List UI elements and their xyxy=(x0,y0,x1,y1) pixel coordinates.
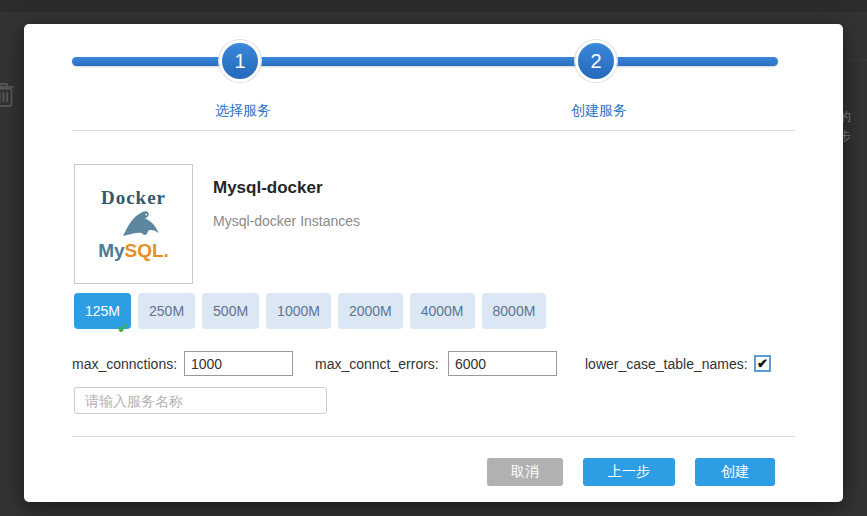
memory-option-label: 250M xyxy=(149,303,184,319)
dialog-footer: 取消 上一步 创建 xyxy=(487,458,775,486)
footer-divider xyxy=(72,436,795,437)
memory-option-label: 125M xyxy=(85,303,120,319)
create-service-dialog: 1 2 选择服务 创建服务 Docker MySQL. Mysql-docker… xyxy=(24,24,843,502)
memory-option-250m[interactable]: 250M xyxy=(138,293,195,329)
lower-case-table-names-label: lower_case_table_names: xyxy=(585,352,748,376)
memory-option-125m[interactable]: 125M✔ xyxy=(74,293,131,329)
step-2-label: 创建服务 xyxy=(571,102,627,120)
max-connect-errors-label: max_connct_errors: xyxy=(315,352,439,376)
memory-option-label: 4000M xyxy=(421,303,464,319)
memory-option-8000m[interactable]: 8000M xyxy=(482,293,547,329)
mysql-dolphin-icon xyxy=(120,209,162,243)
max-connect-errors-input[interactable] xyxy=(448,351,557,376)
step-2-number: 2 xyxy=(590,50,601,72)
step-1-label: 选择服务 xyxy=(215,102,271,120)
step-2-circle: 2 xyxy=(575,40,617,82)
memory-option-label: 500M xyxy=(213,303,248,319)
service-name-input[interactable] xyxy=(74,387,327,414)
trash-icon xyxy=(0,81,17,112)
max-connections-label: max_connctions: xyxy=(72,352,177,376)
stepper-divider xyxy=(72,130,795,131)
service-subtitle: Mysql-docker Instances xyxy=(213,213,360,229)
memory-option-2000m[interactable]: 2000M xyxy=(338,293,403,329)
background-row-divider xyxy=(843,60,867,61)
service-title: Mysql-docker xyxy=(213,178,323,198)
memory-option-label: 1000M xyxy=(277,303,320,319)
previous-step-button[interactable]: 上一步 xyxy=(583,458,675,486)
service-logo: Docker MySQL. xyxy=(74,164,193,284)
memory-option-label: 8000M xyxy=(493,303,536,319)
memory-option-label: 2000M xyxy=(349,303,392,319)
memory-option-4000m[interactable]: 4000M xyxy=(410,293,475,329)
memory-option-500m[interactable]: 500M xyxy=(202,293,259,329)
mysql-wordmark: MySQL. xyxy=(98,241,169,261)
max-connections-input[interactable] xyxy=(184,351,293,376)
step-1-circle: 1 xyxy=(219,40,261,82)
step-1-number: 1 xyxy=(234,50,245,72)
memory-options: 125M✔250M500M1000M2000M4000M8000M xyxy=(74,293,553,329)
wizard-progress-bar xyxy=(72,57,778,66)
docker-wordmark: Docker xyxy=(101,188,166,208)
dimmed-page-overlay: 的 步 1 2 选择服务 创建服务 Docker MySQL. Mysql-do… xyxy=(0,0,867,516)
lower-case-table-names-checkbox[interactable]: ✔ xyxy=(754,355,771,372)
mysql-wordmark-sql: SQL. xyxy=(125,240,169,261)
selected-check-icon: ✔ xyxy=(117,321,129,335)
cancel-button[interactable]: 取消 xyxy=(487,458,563,486)
background-header-band xyxy=(0,0,867,12)
mysql-wordmark-my: My xyxy=(98,240,124,261)
create-button[interactable]: 创建 xyxy=(695,458,775,486)
memory-option-1000m[interactable]: 1000M xyxy=(266,293,331,329)
